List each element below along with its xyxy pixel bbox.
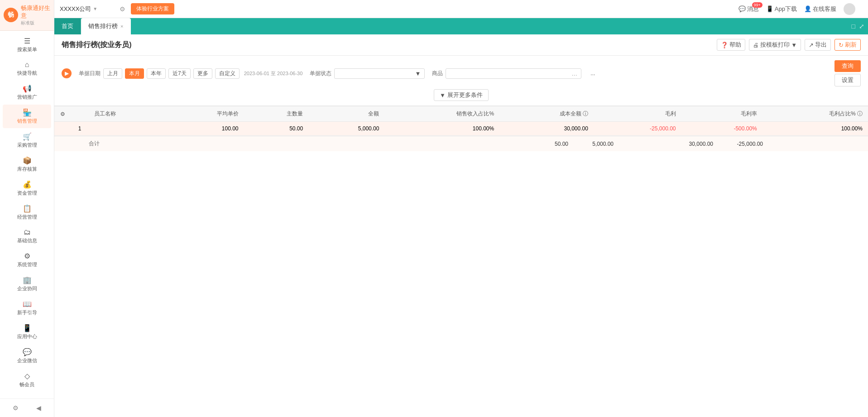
status-select[interactable]: ▼ — [334, 68, 425, 79]
app-download-button[interactable]: 📱 App下载 — [766, 5, 797, 13]
sidebar-settings-btn[interactable]: ⚙ — [11, 403, 20, 413]
status-filter-label: 单据状态 — [310, 70, 331, 77]
tab-expand-icon[interactable]: ⤢ — [859, 23, 864, 30]
page-header: 销售排行榜(按业务员) ❓ 帮助 🖨 按模板打印 ▼ ↗ 导出 ↻ 刷新 — [54, 34, 868, 56]
filter-toggle-button[interactable]: ▶ — [62, 68, 72, 78]
message-icon: 💬 — [739, 5, 746, 12]
expand-icon: ▼ — [440, 92, 446, 99]
print-button[interactable]: 🖨 按模板打印 ▼ — [749, 39, 801, 51]
tab-close-icon[interactable]: × — [120, 24, 123, 29]
status-filter-group: 单据状态 ▼ — [310, 68, 425, 79]
col-avgprice-header: 平均单价 — [166, 106, 244, 122]
help-button[interactable]: ❓ 帮助 — [717, 39, 745, 51]
tab-minimize-icon[interactable]: □ — [852, 23, 855, 30]
sidebar-item-member[interactable]: ◇畅会员 — [3, 368, 51, 392]
logo-text: 畅康通好生意 标准版 — [21, 5, 50, 26]
status-caret-icon: ▼ — [415, 70, 421, 77]
tab-sales-ranking[interactable]: 销售排行榜 × — [81, 18, 131, 34]
guide-label: 新手引导 — [17, 309, 37, 316]
sidebar-item-marketing[interactable]: 📢营销推广 — [3, 81, 51, 104]
sidebar-collapse-btn[interactable]: ◀ — [34, 403, 43, 413]
sales-icon: 🏪 — [23, 108, 32, 117]
finance-label: 资金管理 — [17, 190, 37, 197]
expand-row: ▼ 展开更多条件 — [62, 89, 861, 101]
quick-nav-label: 快捷导航 — [17, 70, 37, 77]
refresh-button[interactable]: ↻ 刷新 — [834, 39, 861, 51]
col-settings-header[interactable]: ⚙ — [54, 106, 71, 122]
guide-icon: 📖 — [23, 300, 32, 308]
page-title: 销售排行榜(按业务员) — [62, 40, 132, 50]
operations-label: 经营管理 — [17, 214, 37, 220]
enterprise-icon: 🏢 — [23, 276, 32, 284]
user-avatar[interactable] — [844, 3, 855, 15]
row-employee — [89, 122, 166, 136]
settings-filter-button[interactable]: 设置 — [834, 74, 861, 86]
app-label: App下载 — [775, 5, 797, 13]
sidebar-item-purchase[interactable]: 🛒采购管理 — [3, 129, 51, 152]
date-range-display: 2023-06-01 至 2023-06-30 — [244, 70, 303, 77]
export-button[interactable]: ↗ 导出 — [805, 39, 831, 51]
top-header: XXXXX公司 ▼ ⚙ 体验行业方案 💬 消息 99+ 📱 App下载 👤 在线… — [54, 0, 868, 18]
sidebar-item-app-center[interactable]: 📱应用中心 — [3, 320, 51, 344]
inventory-icon: 📦 — [23, 156, 32, 165]
last7days-button[interactable]: 近7天 — [168, 68, 191, 79]
table-container: ⚙ 员工名称 平均单价 主数量 全额 销售收入占比% 成本全额 ⓘ 毛利 毛利率… — [54, 106, 868, 417]
app-center-label: 应用中心 — [17, 333, 37, 340]
refresh-label: 刷新 — [845, 41, 857, 49]
custom-date-button[interactable]: 自定义 — [215, 68, 240, 79]
filter-action-buttons: 查询 设置 — [834, 60, 861, 86]
header-settings-icon[interactable]: ⚙ — [118, 4, 127, 14]
sidebar-item-inventory[interactable]: 📦库存核算 — [3, 153, 51, 176]
row-quantity: 50.00 — [244, 122, 309, 136]
this-month-button[interactable]: 本月 — [125, 68, 144, 79]
marketing-icon: 📢 — [23, 84, 32, 93]
header-right: 💬 消息 99+ 📱 App下载 👤 在线客服 — [739, 3, 863, 15]
sidebar-item-finance[interactable]: 💰资金管理 — [3, 177, 51, 200]
date-filter-label: 单据日期 — [79, 70, 101, 77]
footer-cost: 30,000.00 — [663, 141, 713, 147]
expand-label: 展开更多条件 — [447, 91, 483, 99]
company-selector[interactable]: XXXXX公司 ▼ — [60, 5, 114, 13]
sidebar-item-operations[interactable]: 📋经营管理 — [3, 201, 51, 224]
sidebar-item-wechat[interactable]: 💬企业微信 — [3, 344, 51, 368]
export-label: 导出 — [815, 41, 827, 49]
sidebar-item-basic-info[interactable]: 🗂基础信息 — [3, 225, 51, 248]
online-service-button[interactable]: 👤 在线客服 — [804, 5, 836, 13]
sidebar-item-enterprise[interactable]: 🏢企业协同 — [3, 272, 51, 296]
system-label: 系统管理 — [17, 261, 37, 268]
message-button[interactable]: 💬 消息 99+ — [739, 5, 759, 13]
tab-home[interactable]: 首页 — [54, 18, 81, 34]
system-icon: ⚙ — [24, 252, 30, 260]
goods-input[interactable]: … — [446, 68, 581, 79]
sidebar-item-quick-nav[interactable]: ⌂快捷导航 — [3, 57, 51, 80]
message-badge: 99+ — [752, 2, 762, 8]
member-icon: ◇ — [24, 372, 30, 380]
help-label: 帮助 — [729, 41, 741, 49]
service-label: 在线客服 — [813, 5, 836, 13]
col-gross-header: 毛利 — [594, 106, 681, 122]
filter-row: ▶ 单据日期 上月 本月 本年 近7天 更多 自定义 2023-06-01 至 … — [62, 60, 861, 86]
search-button[interactable]: 查询 — [834, 60, 861, 72]
wechat-icon: 💬 — [23, 348, 32, 356]
finance-icon: 💰 — [23, 180, 32, 189]
filter-area: ▶ 单据日期 上月 本月 本年 近7天 更多 自定义 2023-06-01 至 … — [54, 56, 868, 106]
row-gross: -25,000.00 — [594, 122, 681, 136]
page-actions: ❓ 帮助 🖨 按模板打印 ▼ ↗ 导出 ↻ 刷新 — [717, 39, 861, 51]
goods-filter-group: 商品 … — [432, 68, 581, 79]
sidebar-item-system[interactable]: ⚙系统管理 — [3, 248, 51, 272]
expand-conditions-button[interactable]: ▼ 展开更多条件 — [434, 89, 489, 101]
app-icon: 📱 — [766, 5, 773, 12]
this-year-button[interactable]: 本年 — [147, 68, 166, 79]
experience-button[interactable]: 体验行业方案 — [131, 3, 174, 14]
more-date-button[interactable]: 更多 — [193, 68, 212, 79]
purchase-icon: 🛒 — [23, 132, 32, 141]
sidebar-item-guide[interactable]: 📖新手引导 — [3, 296, 51, 320]
purchase-label: 采购管理 — [17, 142, 37, 149]
table-header-row: ⚙ 员工名称 平均单价 主数量 全额 销售收入占比% 成本全额 ⓘ 毛利 毛利率… — [54, 106, 868, 122]
sidebar-item-search-order[interactable]: ☰搜索菜单 — [3, 33, 51, 57]
more-filters-button[interactable]: ... — [589, 69, 597, 78]
footer-quantity: 50.00 — [532, 141, 568, 147]
enterprise-label: 企业协同 — [17, 285, 37, 292]
last-month-button[interactable]: 上月 — [103, 68, 122, 79]
sidebar-item-sales[interactable]: 🏪销售管理 — [3, 105, 51, 128]
